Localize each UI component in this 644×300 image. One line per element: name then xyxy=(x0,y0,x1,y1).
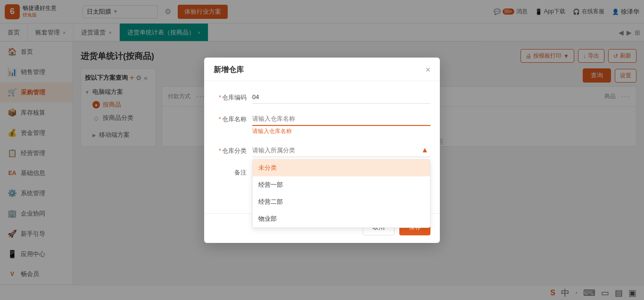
name-input[interactable] xyxy=(252,112,430,126)
code-input[interactable] xyxy=(252,91,430,104)
code-input-wrap xyxy=(252,91,430,104)
category-input-group: ▲ xyxy=(252,144,430,157)
form-row-code: *仓库编码 xyxy=(214,91,430,104)
dropdown-option-unclassified[interactable]: 未分类 xyxy=(253,159,430,176)
modal-close-btn[interactable]: × xyxy=(425,65,430,75)
category-label: *仓库分类 xyxy=(214,144,247,155)
name-error-msg: 请输入仓库名称 xyxy=(252,127,430,135)
category-toggle-icon[interactable]: ▲ xyxy=(419,146,430,154)
name-input-wrap: 请输入仓库名称 xyxy=(252,112,430,135)
code-label: *仓库编码 xyxy=(214,91,247,102)
notes-label: 备注 xyxy=(214,166,247,177)
category-input-wrap: ▲ 未分类 经营一部 经营二部 物业部 xyxy=(252,144,430,157)
new-warehouse-modal: 新增仓库 × *仓库编码 *仓库名称 请输入仓库名称 xyxy=(204,58,440,243)
modal-title: 新增仓库 xyxy=(214,65,244,75)
dropdown-option-ops1[interactable]: 经营一部 xyxy=(253,176,430,193)
category-input[interactable] xyxy=(252,144,419,157)
modal-body: *仓库编码 *仓库名称 请输入仓库名称 *仓库分类 xyxy=(204,81,440,213)
dropdown-option-property[interactable]: 物业部 xyxy=(253,210,430,227)
dropdown-option-ops2[interactable]: 经营二部 xyxy=(253,193,430,210)
form-row-name: *仓库名称 请输入仓库名称 xyxy=(214,112,430,135)
modal-overlay: 新增仓库 × *仓库编码 *仓库名称 请输入仓库名称 xyxy=(0,0,644,300)
category-dropdown: 未分类 经营一部 经营二部 物业部 xyxy=(252,159,430,228)
modal-header: 新增仓库 × xyxy=(204,58,440,81)
form-row-category: *仓库分类 ▲ 未分类 经营一部 经营二部 物业部 xyxy=(214,144,430,157)
name-label: *仓库名称 xyxy=(214,112,247,124)
